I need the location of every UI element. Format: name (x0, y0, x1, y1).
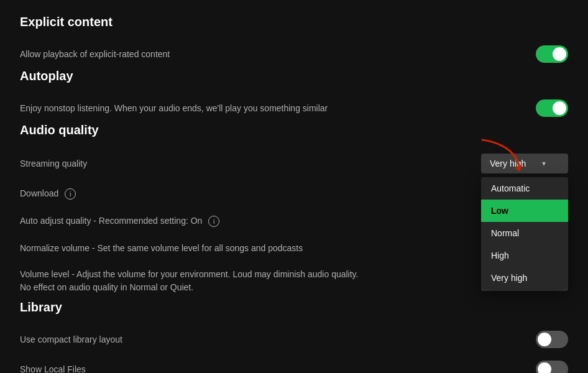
explicit-content-toggle[interactable] (536, 45, 568, 63)
show-local-files-label: Show Local Files (20, 363, 86, 374)
autoplay-row: Enjoy nonstop listening. When your audio… (20, 93, 568, 123)
dropdown-item-high[interactable]: High (481, 244, 568, 267)
explicit-content-section: Explicit content Allow playback of expli… (20, 15, 568, 69)
autoplay-section: Autoplay Enjoy nonstop listening. When y… (20, 69, 568, 123)
explicit-content-label: Allow playback of explicit-rated content (20, 48, 170, 61)
show-local-files-row: Show Local Files (20, 354, 568, 373)
dropdown-item-very-high[interactable]: Very high (481, 267, 568, 289)
download-label: Download i (20, 187, 76, 200)
streaming-quality-dropdown: Automatic Low Normal High Very high (481, 177, 568, 289)
compact-library-label: Use compact library layout (20, 333, 122, 346)
explicit-content-row: Allow playback of explicit-rated content (20, 39, 568, 69)
audio-quality-section: Audio quality Streaming quality Very hig… (20, 123, 568, 300)
show-local-files-toggle[interactable] (536, 361, 568, 373)
audio-quality-title: Audio quality (20, 123, 568, 137)
autoplay-label: Enjoy nonstop listening. When your audio… (20, 102, 328, 115)
streaming-quality-select-wrapper: Very high ▾ Automatic Low Normal High Ve… (481, 154, 568, 173)
auto-adjust-label: Auto adjust quality - Recommended settin… (20, 214, 219, 228)
library-title: Library (20, 300, 568, 315)
streaming-chevron-icon: ▾ (542, 159, 546, 168)
autoplay-toggle[interactable] (536, 99, 568, 117)
normalize-label: Normalize volume - Set the same volume l… (20, 242, 303, 255)
dropdown-item-automatic[interactable]: Automatic (481, 177, 568, 200)
streaming-quality-row: Streaming quality Very high ▾ Automatic … (20, 147, 568, 180)
explicit-content-title: Explicit content (20, 15, 568, 29)
compact-library-toggle[interactable] (536, 331, 568, 348)
volume-level-label: Volume level - Adjust the volume for you… (20, 268, 368, 294)
dropdown-item-low[interactable]: Low (481, 200, 568, 222)
streaming-quality-label: Streaming quality (20, 157, 87, 170)
dropdown-item-normal[interactable]: Normal (481, 222, 568, 244)
library-section: Library Use compact library layout Show … (20, 300, 568, 373)
download-info-icon[interactable]: i (65, 188, 76, 200)
auto-adjust-info-icon[interactable]: i (208, 216, 219, 227)
autoplay-title: Autoplay (20, 69, 568, 83)
streaming-quality-button[interactable]: Very high ▾ (481, 154, 568, 173)
streaming-quality-value: Very high (490, 159, 526, 168)
compact-library-row: Use compact library layout (20, 325, 568, 354)
